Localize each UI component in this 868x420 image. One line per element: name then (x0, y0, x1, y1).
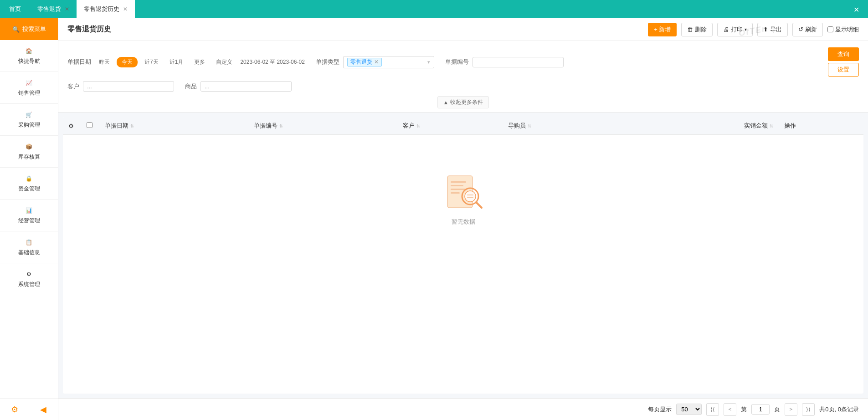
tab-home-label: 首页 (9, 5, 21, 13)
refresh-button[interactable]: ↺ 刷新 (792, 23, 823, 36)
prev-page-btn[interactable]: ＜ (724, 403, 736, 416)
goods-input[interactable]: ... (200, 81, 292, 92)
empty-icon (441, 171, 486, 212)
tab-retail-return-history-close[interactable]: ✕ (123, 6, 128, 12)
date-btn-7days[interactable]: 近7天 (140, 57, 163, 67)
bill-no-label: 单据编号 (445, 58, 469, 66)
tab-home[interactable]: 首页 (0, 0, 30, 18)
filter-bill-type: 单据类型 零售退货 ✕ ▾ (316, 56, 434, 68)
th-guide: 导购员 ⇅ (503, 117, 630, 135)
customer-sort-icon[interactable]: ⇅ (416, 123, 420, 128)
last-page-btn[interactable]: ⟩⟩ (802, 403, 815, 416)
sidebar-search[interactable]: 🔍 搜索菜单 (0, 18, 58, 40)
page-label: 第 (741, 405, 747, 414)
sidebar-bottom: ⚙ ◀ (0, 398, 58, 420)
filter-bill-no: 单据编号 (445, 57, 564, 67)
content-area: 零售退货历史 + 新增 🗑 删除 🖨 打印 ▾ ⬆ 导出 ↺ 刷新 (58, 18, 868, 420)
sidebar-collapse-btn[interactable]: ◀ (29, 399, 58, 420)
inventory-icon: 📦 (25, 142, 34, 151)
window-close-icon[interactable]: ✕ (853, 5, 861, 13)
refresh-label: 刷新 (805, 26, 817, 34)
sidebar-item-system[interactable]: ⚙ 系统管理 (0, 263, 58, 295)
purchase-icon: 🛒 (25, 110, 34, 119)
table-area: ⚙ 单据日期 ⇅ 单据编号 (63, 117, 863, 394)
th-guide-label: 导购员 (508, 122, 526, 130)
display-detail-label: 显示明细 (835, 26, 859, 34)
tab-retail-return-history[interactable]: 零售退货历史 ✕ (77, 0, 135, 18)
page-header: 零售退货历史 + 新增 🗑 删除 🖨 打印 ▾ ⬆ 导出 ↺ 刷新 (58, 18, 868, 41)
sidebar-settings-btn[interactable]: ⚙ (0, 399, 29, 420)
svg-rect-3 (451, 189, 465, 190)
date-btn-more[interactable]: 更多 (190, 57, 209, 67)
filter-settings-button[interactable]: 设置 (828, 63, 859, 77)
pagination-bar: 每页显示 50 10 20 100 ⟨⟨ ＜ 第 页 ＞ ⟩⟩ 共0页, 0条记… (58, 398, 868, 420)
date-btn-custom[interactable]: 自定义 (212, 57, 236, 67)
next-page-btn[interactable]: ＞ (785, 403, 797, 416)
bill-no-sort-icon[interactable]: ⇅ (279, 123, 283, 128)
sidebar-search-label: 搜索菜单 (22, 25, 46, 33)
top-tab-bar: 首页 零售退货 ✕ 零售退货历史 ✕ ✕ (0, 0, 868, 18)
print-label: 打印 (731, 26, 743, 34)
export-icon: ⬆ (763, 26, 768, 33)
sidebar: 🔍 搜索菜单 🏠 快捷导航 📈 销售管理 🛒 采购管理 📦 库存核算 🔒 资金管… (0, 18, 58, 420)
sidebar-item-quicknav[interactable]: 🏠 快捷导航 (0, 40, 58, 72)
first-page-btn[interactable]: ⟨⟨ (706, 403, 719, 416)
bill-no-input[interactable] (473, 57, 564, 67)
th-customer: 客户 ⇅ (397, 117, 503, 135)
guide-sort-icon[interactable]: ⇅ (528, 123, 531, 128)
sidebar-item-operation-label: 经营管理 (18, 217, 40, 225)
filter-row-1: 单据日期 昨天 今天 近7天 近1月 更多 自定义 2023-06-02 至 2… (67, 47, 859, 77)
bill-type-tag-close[interactable]: ✕ (374, 59, 379, 65)
page-title: 零售退货历史 (67, 25, 648, 34)
date-filter-label: 单据日期 (67, 58, 91, 66)
bill-type-select[interactable]: 零售退货 ✕ ▾ (343, 56, 434, 68)
goods-label: 商品 (185, 82, 197, 91)
table-header-row: ⚙ 单据日期 ⇅ 单据编号 (63, 117, 863, 135)
page-size-select[interactable]: 50 10 20 100 (676, 404, 702, 415)
filter-row-2: 客户 ... 商品 ... (67, 81, 859, 92)
tab-retail-return[interactable]: 零售退货 ✕ (30, 0, 77, 18)
th-checkbox[interactable] (81, 117, 99, 135)
collapse-up-icon: ▲ (443, 99, 449, 106)
query-button[interactable]: 查询 (828, 47, 859, 61)
collapse-filter-btn[interactable]: ▲ 收起更多条件 (437, 96, 489, 108)
customer-input[interactable]: ... (83, 81, 174, 92)
sidebar-item-purchase[interactable]: 🛒 采购管理 (0, 104, 58, 136)
page-number-input[interactable] (751, 404, 770, 415)
date-btn-today[interactable]: 今天 (117, 57, 138, 67)
delete-button[interactable]: 🗑 删除 (681, 23, 713, 36)
sidebar-item-operation[interactable]: 📊 经营管理 (0, 200, 58, 231)
th-bill-date-label: 单据日期 (105, 122, 128, 130)
filter-date: 单据日期 昨天 今天 近7天 近1月 更多 自定义 2023-06-02 至 2… (67, 57, 305, 67)
sidebar-item-inventory[interactable]: 📦 库存核算 (0, 136, 58, 168)
sidebar-item-inventory-label: 库存核算 (18, 153, 40, 161)
settings-icon: ⚙ (11, 405, 18, 415)
top-bar-right: ✕ (853, 5, 868, 13)
display-detail-checkbox[interactable] (827, 26, 833, 32)
print-button[interactable]: 🖨 打印 ▾ (717, 23, 753, 36)
date-btn-1month[interactable]: 近1月 (165, 57, 188, 67)
home-icon: 🏠 (25, 46, 34, 56)
data-table: ⚙ 单据日期 ⇅ 单据编号 (63, 117, 863, 262)
th-settings[interactable]: ⚙ (63, 117, 81, 135)
new-button[interactable]: + 新增 (648, 23, 677, 36)
svg-line-7 (476, 202, 482, 208)
table-header: ⚙ 单据日期 ⇅ 单据编号 (63, 117, 863, 135)
sidebar-item-finance[interactable]: 🔒 资金管理 (0, 168, 58, 200)
select-all-checkbox[interactable] (87, 122, 92, 128)
actual-amount-sort-icon[interactable]: ⇅ (770, 123, 773, 128)
export-button[interactable]: ⬆ 导出 (757, 23, 788, 36)
date-btn-yesterday[interactable]: 昨天 (95, 57, 114, 67)
basic-icon: 📋 (25, 238, 34, 247)
empty-row: 暂无数据 (63, 135, 863, 263)
display-detail-toggle[interactable]: 显示明细 (827, 26, 859, 34)
svg-rect-4 (451, 192, 460, 194)
sidebar-item-basic[interactable]: 📋 基础信息 (0, 231, 58, 263)
tab-retail-return-history-label: 零售退货历史 (84, 5, 119, 13)
sidebar-item-system-label: 系统管理 (18, 281, 40, 288)
tab-retail-return-close[interactable]: ✕ (65, 6, 69, 12)
sidebar-item-sales[interactable]: 📈 销售管理 (0, 72, 58, 104)
th-operation: 操作 (779, 117, 863, 135)
bill-date-sort-icon[interactable]: ⇅ (130, 123, 134, 128)
bill-type-tag: 零售退货 ✕ (347, 58, 382, 67)
